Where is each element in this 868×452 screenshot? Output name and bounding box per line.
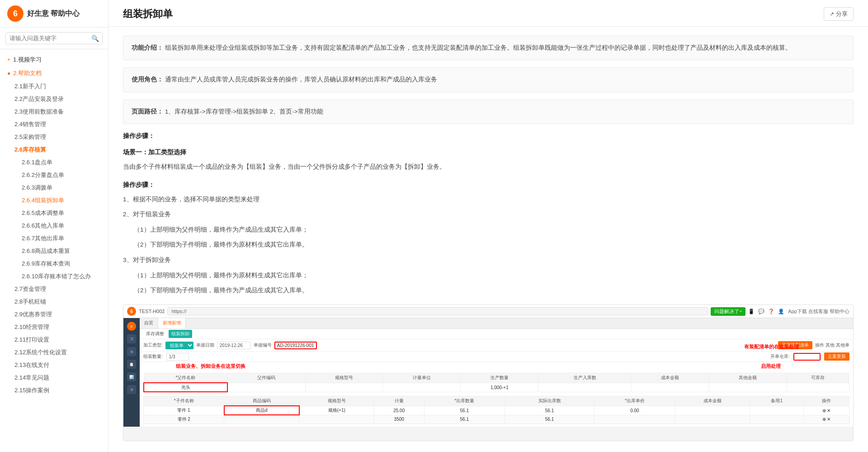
sidebar-item-s22[interactable]: 2.2产品安装及登录 — [0, 93, 108, 105]
search-input[interactable] — [5, 32, 103, 44]
sidebar-item-s262[interactable]: 2.6.2分量盘点单 — [0, 169, 108, 181]
ss-th-6: 成本金额 — [631, 373, 709, 383]
sidebar: 6 好生意 帮助中心 🔍 + 1.视频学习 ● 2.帮助文档 2.1新手入门 2… — [0, 0, 108, 452]
scene1-desc: 当由多个子件材料组装成一个成品的业务为【组装】业务，当由一个父件拆分成多个子产品… — [123, 161, 854, 173]
ss-row-labels: 组装数量: 开单仓库: 立案更新 — [140, 352, 853, 362]
func-intro-text: 组装拆卸单用来处理企业组装或拆卸等加工业务，支持有固定装配清单的产品加工业务，也… — [165, 44, 792, 51]
ss-td-name: 光头 — [144, 383, 227, 392]
ss-top-table-header: *父件名称 父件编码 规格型号 计量单位 生产数量 生产入库数 成本金额 其他金… — [144, 373, 849, 383]
ss-confirm-btn[interactable]: 选择装配清单 — [778, 341, 812, 349]
ss-td-code — [227, 383, 305, 392]
step2-2: （2）下部明细为子件明细，最终作为原材料生成其它出库单。 — [123, 239, 854, 251]
ops-heading: 操作步骤： — [123, 132, 854, 140]
content-area: 功能介绍： 组装拆卸单用来处理企业组装或拆卸等加工业务，支持有固定装配清单的产品… — [108, 27, 868, 452]
sidebar-item-s211[interactable]: 2.11打印设置 — [0, 333, 108, 346]
ss-bth-4: *出库数量 — [424, 396, 505, 406]
ss-bth-0: *子件名称 — [144, 396, 224, 406]
ss-qty-input[interactable] — [166, 353, 189, 361]
sidebar-item-s25[interactable]: 2.5采购管理 — [0, 131, 108, 143]
ss-btd-actualout-1: 56.1 — [505, 406, 594, 415]
ss-btd-cost-2 — [675, 415, 750, 423]
ss-bth-5: 实际出库数 — [505, 396, 594, 406]
ss-bottom-table-header: *子件名称 商品编码 规格型号 计量 *出库数量 实际出库数 *出库单价 成本金… — [144, 396, 849, 406]
table-row: 零件 1 商品d 规格(+1) 25.00 56.1 56.1 0.00 — [144, 406, 849, 415]
sidebar-item-s213[interactable]: 2.13在线支付 — [0, 359, 108, 371]
ss-ops-label: 操作 其他 其他单 — [815, 342, 849, 348]
main-header: 组装拆卸单 ↗ 分享 — [108, 0, 868, 27]
sidebar-item-s215[interactable]: 2.15操作案例 — [0, 384, 108, 397]
ss-th-2: 规格型号 — [305, 373, 383, 383]
ss-bth-1: 商品编码 — [224, 396, 299, 406]
ss-tab-2[interactable]: 新增新增 — [158, 318, 186, 328]
sidebar-item-s26[interactable]: 2.6库存核算 — [0, 143, 108, 156]
ss-left-nav: 6 ☰ ⊞ 📋 📊 ⚙ — [123, 318, 140, 427]
ss-td-spec — [305, 383, 383, 392]
minus-icon: ● — [7, 70, 10, 76]
ss-nav-icon-2: ⊞ — [127, 347, 136, 356]
ss-btd-price-2 — [594, 415, 675, 423]
sidebar-item-s23[interactable]: 2.3使用前数据准备 — [0, 105, 108, 118]
ss-subtab-adjust[interactable]: 库存调整 — [143, 330, 167, 338]
sidebar-item-s210[interactable]: 2.10经营管理 — [0, 321, 108, 333]
ss-btd-unit-1: 25.00 — [374, 406, 424, 415]
ss-btd-spec-2 — [299, 415, 374, 423]
ss-td-cost — [631, 383, 709, 392]
sidebar-item-s2[interactable]: ● 2.帮助文档 — [0, 67, 108, 80]
sidebar-item-s1[interactable]: + 1.视频学习 — [0, 53, 108, 67]
ss-top-table-body: 光头 1,000-+1 — [144, 383, 849, 392]
sidebar-item-s214[interactable]: 2.14常见问题 — [0, 371, 108, 384]
ss-bth-8: 备用1 — [750, 396, 804, 406]
ss-th-4: 生产数量 — [461, 373, 538, 383]
share-button[interactable]: ↗ 分享 — [824, 7, 854, 21]
step2: 2、对于组装业务 — [123, 209, 854, 220]
sidebar-item-s212[interactable]: 2.12系统个性化设置 — [0, 346, 108, 359]
sidebar-item-s27[interactable]: 2.7资金管理 — [0, 283, 108, 295]
ss-apply-btn[interactable]: 立案更新 — [824, 352, 849, 361]
scene1-heading: 场景一：加工类型选择 — [123, 148, 854, 157]
ss-top-table-wrap: *父件名称 父件编码 规格型号 计量单位 生产数量 生产入库数 成本金额 其他金… — [140, 371, 853, 394]
ss-th-8: 可库存 — [787, 373, 849, 383]
path-text: 1、库存核算->库存管理->组装拆卸单 2、首页->常用功能 — [165, 108, 323, 115]
sidebar-item-s267[interactable]: 2.6.7其他出库单 — [0, 232, 108, 245]
sidebar-item-s264[interactable]: 2.6.4组装拆卸单 — [0, 194, 108, 207]
sidebar-item-s28[interactable]: 2.8手机旺铺 — [0, 295, 108, 308]
ss-btd-actualout-2: 56.1 — [505, 415, 594, 423]
ss-nav-home: 6 — [127, 322, 136, 331]
sidebar-item-s21[interactable]: 2.1新手入门 — [0, 80, 108, 93]
ss-btd-ops-1: ⊕ ✕ — [804, 406, 849, 415]
ss-btd-spec-1: 规格(+1) — [299, 406, 374, 415]
ss-problem-solved-btn[interactable]: 问题解决了~ — [711, 307, 745, 316]
sidebar-item-s29[interactable]: 2.9优惠券管理 — [0, 308, 108, 321]
ss-type-select[interactable]: 组装单 拆卸单 — [165, 342, 193, 349]
ss-btd-name-2: 零件 2 — [144, 415, 224, 423]
main-content: 组装拆卸单 ↗ 分享 功能介绍： 组装拆卸单用来处理企业组装或拆卸等加工业务，支… — [108, 0, 868, 452]
path-block: 页面路径： 1、库存核算->库存管理->组装拆卸单 2、首页->常用功能 — [123, 100, 854, 124]
ss-bth-9: 操作 — [804, 396, 849, 406]
sidebar-item-s263[interactable]: 2.6.3调拨单 — [0, 181, 108, 194]
annotation-2: 组装业务、拆卸业务在这里切换 — [176, 363, 245, 370]
ss-bth-2: 规格型号 — [299, 396, 374, 406]
ss-date-input[interactable] — [217, 342, 251, 349]
ss-btd-spare-1 — [750, 406, 804, 415]
ss-btd-name-1: 零件 1 — [144, 406, 224, 415]
ss-nav-icon-3: 📋 — [127, 360, 136, 369]
ss-td-other — [709, 383, 787, 392]
ss-subtab-assemble[interactable]: 组装拆卸 — [169, 330, 192, 338]
sidebar-item-s268[interactable]: 2.6.8商品成本重算 — [0, 245, 108, 257]
ss-tab-1[interactable]: 自页 — [140, 318, 158, 328]
sidebar-item-s2610[interactable]: 2.6.10库存账本错了怎么办 — [0, 270, 108, 283]
ss-bottom-table: *子件名称 商品编码 规格型号 计量 *出库数量 实际出库数 *出库单价 成本金… — [143, 396, 849, 427]
func-intro-block: 功能介绍： 组装拆卸单用来处理企业组装或拆卸等加工业务，支持有固定装配清单的产品… — [123, 36, 854, 60]
sidebar-item-s261[interactable]: 2.6.1盘点单 — [0, 156, 108, 169]
ss-qty-label: 组装数量: — [143, 353, 163, 360]
step3-1: （1）上部明细为父件明细，最终作为原材料生成其它出库单； — [123, 270, 854, 281]
sidebar-item-s266[interactable]: 2.6.6其他入库单 — [0, 219, 108, 232]
sidebar-item-s265[interactable]: 2.6.5成本调整单 — [0, 207, 108, 219]
ss-service-icon: 💬 — [758, 309, 764, 314]
nav-list: + 1.视频学习 ● 2.帮助文档 2.1新手入门 2.2产品安装及登录 2.3… — [0, 49, 108, 452]
sidebar-item-s24[interactable]: 2.4销售管理 — [0, 118, 108, 131]
sidebar-item-s269[interactable]: 2.6.9库存账本查询 — [0, 257, 108, 270]
ss-topbar-right: 📱 💬 ❓ 👤 App下载 在线客服 帮助中心 — [748, 308, 849, 315]
ss-no-redbox: AD-20191226-001 — [274, 342, 317, 349]
logo-icon: 6 — [7, 5, 24, 22]
